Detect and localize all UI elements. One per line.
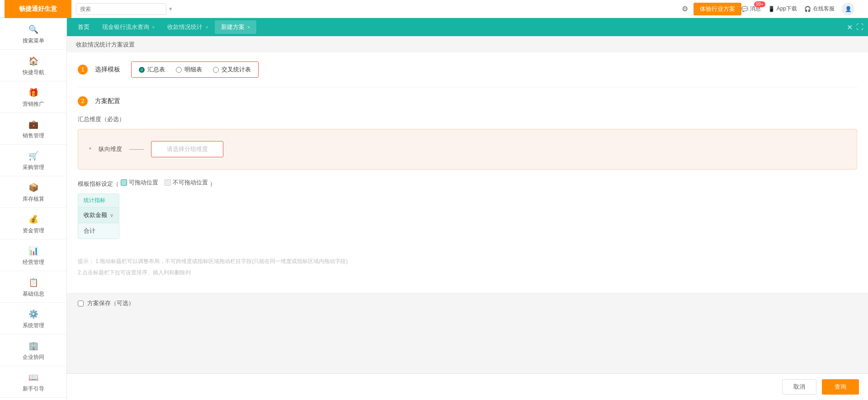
metrics-subtotal: 合计 [78,223,119,239]
search-input[interactable] [76,3,166,15]
search-icon: 🔍 [28,24,38,34]
step1-label: 选择模板 [95,66,120,74]
sidebar-item-label: 快捷导航 [23,69,44,76]
legend-draggable: 可拖动位置 [121,179,158,187]
sidebar-item-search[interactable]: 🔍 搜索菜单 [0,18,66,50]
gear-icon[interactable]: ⚙ [682,5,688,13]
radio-detail[interactable]: 明细表 [176,66,202,74]
page-content: 收款情况统计方案设置 1 选择模板 汇总表 明细表 [67,36,868,373]
system-icon: ⚙️ [28,309,38,319]
tab-receipts[interactable]: 收款情况统计 × [161,20,214,34]
metrics-tag-dropdown-icon[interactable]: ∨ [110,212,113,218]
step2-row: 2 方案配置 [78,96,857,106]
message-button[interactable]: 💬 消息 99+ [741,5,761,13]
home-icon: 🏠 [28,56,38,66]
support-button[interactable]: 🎧 在线客服 [804,5,835,13]
tab-cashflow-close-icon[interactable]: × [152,24,155,30]
fixed-legend-label: 不可拖动位置 [173,179,208,187]
cancel-button[interactable]: 取消 [782,379,816,395]
step2-badge: 2 [78,96,88,106]
sidebar-item-label: 企业协同 [23,353,44,361]
sidebar-item-label: 搜索菜单 [23,37,44,45]
message-badge: 99+ [754,1,765,7]
radio-cross-input[interactable] [213,67,219,73]
sidebar-item-inventory[interactable]: 📦 库存核算 [0,176,66,208]
download-label: App下载 [777,5,797,13]
radio-detail-label: 明细表 [184,66,202,74]
download-icon: 📱 [768,6,775,12]
tab-cashflow[interactable]: 现金银行流水查询 × [96,20,161,34]
guide-icon: 📖 [28,372,38,382]
sidebar-item-system[interactable]: ⚙️ 系统管理 [0,303,66,334]
inventory-icon: 📦 [28,183,38,193]
form-section: 1 选择模板 汇总表 明细表 交叉统计表 [67,52,868,293]
user-avatar[interactable]: 👤 [842,3,854,15]
step1-badge: 1 [78,65,88,75]
fixed-legend-box [165,179,171,186]
top-icons: 💬 消息 99+ 📱 App下载 🎧 在线客服 👤 [741,3,863,15]
tip-1: 提示： 1.拖动标题栏可以调整布局，不可跨维度或指标区域拖动栏目字段(只能在同一… [78,257,857,266]
radio-summary[interactable]: 汇总表 [139,66,165,74]
sidebar-item-basicinfo[interactable]: 📋 基础信息 [0,271,66,303]
download-button[interactable]: 📱 App下载 [768,5,797,13]
tab-receipts-close-icon[interactable]: × [205,24,208,30]
step2-section: 2 方案配置 汇总维度（必选） * 纵向维度 —— 请选择分组维度 [78,87,857,284]
dim-row: * 纵向维度 —— 请选择分组维度 [89,141,846,157]
tab-home[interactable]: 首页 [71,20,96,34]
sidebar-item-label: 基础信息 [23,290,44,298]
step1-row: 1 选择模板 汇总表 明细表 交叉统计表 [78,61,857,78]
industry-button[interactable]: 体验行业方案 [693,3,741,15]
query-button[interactable]: 查询 [822,379,859,395]
metrics-tag-label: 收款金额 [84,211,107,219]
save-checkbox[interactable] [78,301,84,306]
tab-bar: 首页 现金银行流水查询 × 收款情况统计 × 新建方案 × ✕ ⛶ [67,18,868,36]
sidebar-item-marketing[interactable]: 🎁 营销推广 [0,81,66,113]
metrics-section: 模板指标设定（ 可拖动位置 不可拖动位置 ） [78,179,857,239]
sidebar-item-guide[interactable]: 📖 新手引导 [0,366,66,398]
metrics-header: 模板指标设定（ 可拖动位置 不可拖动位置 ） [78,179,857,188]
sidebar-item-enterprise[interactable]: 🏢 企业协同 [0,334,66,366]
sidebar-item-finance[interactable]: 💰 资金管理 [0,208,66,240]
draggable-legend-label: 可拖动位置 [129,179,158,187]
sidebar: 🔍 搜索菜单 🏠 快捷导航 🎁 营销推广 💼 销售管理 🛒 采购管理 📦 库存核… [0,18,67,400]
sidebar-item-quicknav[interactable]: 🏠 快捷导航 [0,50,66,81]
bottom-bar: 取消 查询 [67,373,868,400]
operations-icon: 📊 [28,246,38,256]
purchase-icon: 🛒 [28,151,38,161]
sidebar-item-label: 采购管理 [23,164,44,171]
sidebar-item-operations[interactable]: 📊 经营管理 [0,240,66,271]
radio-summary-input[interactable] [139,67,145,73]
summary-dim-title: 汇总维度（必选） [78,115,857,123]
metrics-tag[interactable]: 收款金额 ∨ [78,207,119,223]
radio-detail-input[interactable] [176,67,182,73]
dim-placeholder[interactable]: 请选择分组维度 [151,141,223,157]
radio-summary-label: 汇总表 [147,66,165,74]
metrics-group-label: 统计指标 [78,194,119,207]
logo: 畅捷通好生意 [5,0,71,18]
sales-icon: 💼 [28,119,38,129]
sidebar-item-label: 营销推广 [23,100,44,108]
page-header: 收款情况统计方案设置 [67,36,868,52]
save-section: 方案保存（可选） [67,293,868,313]
tab-receipts-label: 收款情况统计 [167,23,203,31]
search-dropdown-icon[interactable]: ▾ [169,5,172,12]
sidebar-item-hardware[interactable]: 🖥️ 智能硬件 [0,398,66,400]
top-bar: 畅捷通好生意 ▾ ⚙ 体验行业方案 💬 消息 99+ 📱 App下载 🎧 在线客… [0,0,868,18]
tab-newplan[interactable]: 新建方案 × [215,20,256,34]
gift-icon: 🎁 [28,88,38,98]
finance-icon: 💰 [28,214,38,224]
tab-home-label: 首页 [78,23,90,31]
save-label: 方案保存（可选） [87,299,134,307]
draggable-legend-box [121,179,127,186]
support-icon: 🎧 [804,6,811,12]
tab-newplan-close-icon[interactable]: × [247,24,250,30]
sidebar-item-purchase[interactable]: 🛒 采购管理 [0,145,66,176]
radio-cross[interactable]: 交叉统计表 [213,66,251,74]
tab-close-all-icon[interactable]: ✕ [847,23,853,32]
sidebar-item-label: 库存核算 [23,195,44,203]
metrics-header-text: 模板指标设定（ 可拖动位置 不可拖动位置 ） [78,179,216,188]
sidebar-item-sales[interactable]: 💼 销售管理 [0,113,66,145]
support-label: 在线客服 [813,5,835,13]
tab-maximize-icon[interactable]: ⛶ [856,23,863,31]
step2-label: 方案配置 [95,97,120,105]
